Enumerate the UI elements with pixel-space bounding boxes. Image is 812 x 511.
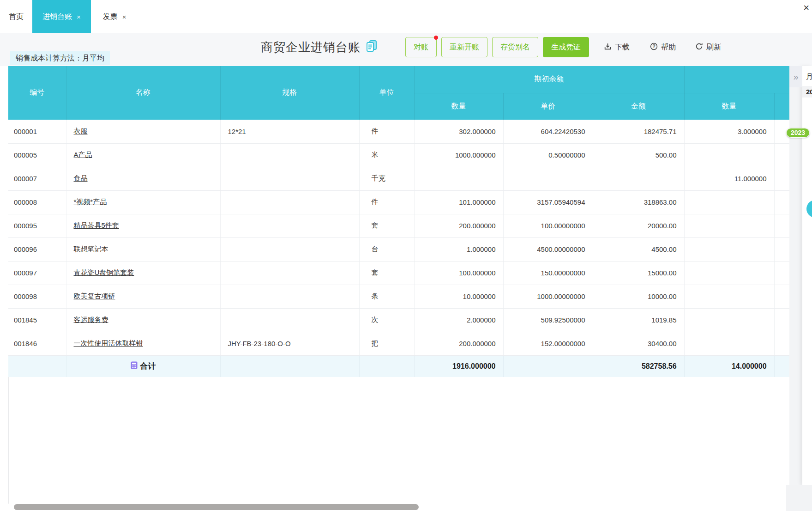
month-label[interactable]: 月 <box>802 66 812 81</box>
item-amount: 20000.00 <box>593 214 684 237</box>
item-spec <box>220 308 359 332</box>
refresh-button[interactable]: 刷新 <box>695 43 721 52</box>
horizontal-scrollbar-thumb[interactable] <box>14 504 419 510</box>
item-name-link[interactable]: 衣服 <box>74 127 88 135</box>
table-row: 000001 衣服 12*21 件 302.000000 604.2242053… <box>8 120 789 143</box>
help-icon: ? <box>650 43 658 52</box>
col-header-qty2: 数量 <box>684 93 774 120</box>
item-qty: 200.000000 <box>414 332 503 355</box>
item-qty2: 3.000000 <box>684 120 774 143</box>
item-amount: 500.00 <box>593 143 684 167</box>
item-name-link[interactable]: 精品茶具5件套 <box>74 221 119 229</box>
reopen-books-button[interactable]: 重新开账 <box>441 37 487 57</box>
item-unit: 件 <box>359 190 414 214</box>
item-amount: 30400.00 <box>593 332 684 355</box>
item-name-link[interactable]: 食品 <box>74 174 88 182</box>
tab-home[interactable]: 首页 <box>0 0 32 33</box>
tab-close-icon[interactable]: × <box>77 13 81 20</box>
item-spec <box>220 167 359 190</box>
tab-close-icon[interactable]: × <box>122 13 126 20</box>
total-qty: 1916.000000 <box>414 355 503 377</box>
item-spec <box>220 190 359 214</box>
item-unit: 套 <box>359 214 414 237</box>
table-row: 000098 欧美复古项链 条 10.000000 1000.00000000 … <box>8 285 789 308</box>
item-unit: 次 <box>359 308 414 332</box>
year-row[interactable]: 20 <box>802 86 812 97</box>
download-button[interactable]: 下载 <box>604 43 630 52</box>
item-unit: 条 <box>359 285 414 308</box>
refresh-icon <box>695 43 703 52</box>
inventory-alias-button[interactable]: 存货别名 <box>492 37 538 57</box>
item-price: 100.00000000 <box>503 214 593 237</box>
item-amount: 10000.00 <box>593 285 684 308</box>
tab-ledger-label: 进销台账 <box>42 12 72 22</box>
item-qty2 <box>684 285 774 308</box>
notification-dot <box>434 36 438 40</box>
tab-ledger[interactable]: 进销台账 × <box>32 0 91 33</box>
item-name-link[interactable]: 客运服务费 <box>74 316 108 323</box>
item-code: 000005 <box>8 143 66 167</box>
item-name-link[interactable]: 青花瓷U盘钢笔套装 <box>74 268 134 276</box>
cost-method-value: 月平均 <box>82 54 104 62</box>
item-code: 001845 <box>8 308 66 332</box>
item-qty <box>414 167 503 190</box>
calculator-icon <box>131 361 138 371</box>
item-unit: 千克 <box>359 167 414 190</box>
item-code: 000098 <box>8 285 66 308</box>
item-qty: 1000.000000 <box>414 143 503 167</box>
item-price: 152.00000000 <box>503 332 593 355</box>
total-amount: 582758.56 <box>593 355 684 377</box>
toolbar: 销售成本计算方法：月平均 商贸企业进销台账 对账 重新开账 存货别名 生成凭证 <box>0 33 812 66</box>
item-name-link[interactable]: *视频*产品 <box>74 198 107 206</box>
col-header-price: 单价 <box>503 93 593 120</box>
item-spec: 12*21 <box>220 120 359 143</box>
item-qty: 302.000000 <box>414 120 503 143</box>
reconcile-button[interactable]: 对账 <box>405 37 437 57</box>
tab-bar: 首页 进销台账 × 发票 × <box>0 0 812 33</box>
item-qty2 <box>684 332 774 355</box>
table-row: 000005 A产品 米 1000.000000 0.50000000 500.… <box>8 143 789 167</box>
refresh-label: 刷新 <box>706 43 721 52</box>
col-header-spec: 规格 <box>220 66 359 120</box>
copy-document-icon[interactable] <box>365 39 379 56</box>
item-code: 000007 <box>8 167 66 190</box>
item-name-link[interactable]: 一次性使用活体取样钳 <box>74 339 143 347</box>
total-row: 合计 1916.000000 582758.56 14.000000 <box>8 355 789 377</box>
item-qty: 100.000000 <box>414 261 503 285</box>
table-row: 000097 青花瓷U盘钢笔套装 套 100.000000 150.000000… <box>8 261 789 285</box>
inventory-alias-label: 存货别名 <box>500 43 530 52</box>
generate-voucher-label: 生成凭证 <box>551 43 581 52</box>
tab-invoice-label: 发票 <box>103 12 118 22</box>
item-price: 3157.05940594 <box>503 190 593 214</box>
item-qty2 <box>684 190 774 214</box>
item-name-link[interactable]: 联想笔记本 <box>74 245 108 253</box>
item-spec <box>220 261 359 285</box>
item-spec <box>220 285 359 308</box>
cost-method: 销售成本计算方法：月平均 <box>10 51 110 65</box>
table-row: 000008 *视频*产品 件 101.000000 3157.05940594… <box>8 190 789 214</box>
panel-collapse-button[interactable]: » <box>789 66 802 87</box>
item-spec <box>220 143 359 167</box>
group-header-opening-balance: 期初余额 <box>414 66 684 93</box>
item-price: 1000.00000000 <box>503 285 593 308</box>
generate-voucher-button[interactable]: 生成凭证 <box>543 37 589 57</box>
item-name-link[interactable]: 欧美复古项链 <box>74 292 115 300</box>
tab-invoice[interactable]: 发票 × <box>91 0 138 33</box>
col-header-qty: 数量 <box>414 93 503 120</box>
item-unit: 把 <box>359 332 414 355</box>
item-price: 0.50000000 <box>503 143 593 167</box>
item-code: 000097 <box>8 261 66 285</box>
close-icon[interactable]: × <box>803 2 809 14</box>
table-row: 001846 一次性使用活体取样钳 JHY-FB-23-180-O-O 把 20… <box>8 332 789 355</box>
year-badge: 2023 <box>786 128 810 138</box>
item-qty: 10.000000 <box>414 285 503 308</box>
help-button[interactable]: ? 帮助 <box>650 43 676 52</box>
item-qty: 1.000000 <box>414 237 503 261</box>
table-row: 000096 联想笔记本 台 1.000000 4500.00000000 45… <box>8 237 789 261</box>
item-price <box>503 167 593 190</box>
item-qty2 <box>684 261 774 285</box>
download-label: 下载 <box>615 43 630 52</box>
item-name-link[interactable]: A产品 <box>74 151 92 158</box>
total-label: 合计 <box>140 361 156 371</box>
item-amount: 4500.00 <box>593 237 684 261</box>
